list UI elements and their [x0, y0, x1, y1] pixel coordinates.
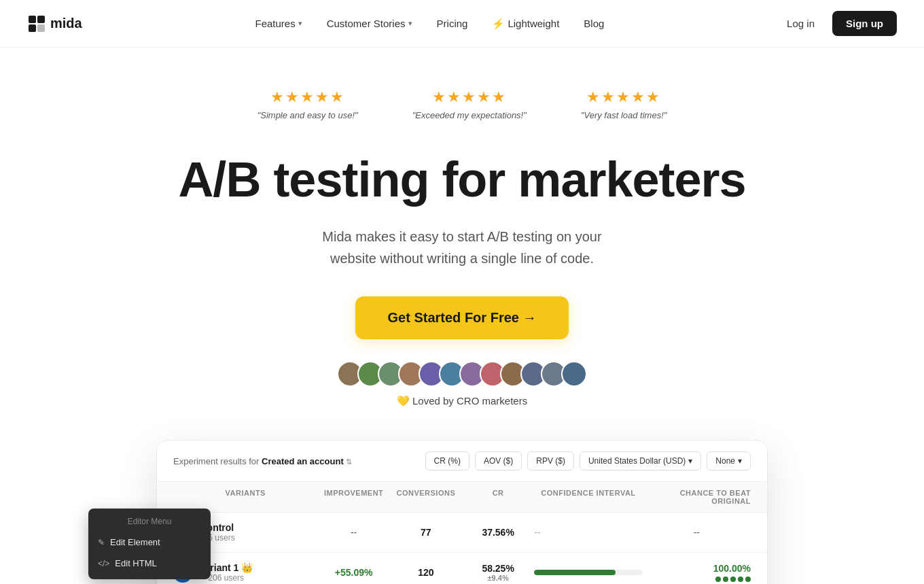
cr-cell: 58.25% ±9.4% — [462, 563, 534, 582]
experiment-label: Experiment results for Created an accoun… — [173, 456, 352, 466]
confidence-bar-bg — [534, 570, 642, 575]
social-proof: 💛 Loved by CRO marketers — [68, 361, 856, 407]
table-header: Experiment results for Created an accoun… — [157, 441, 767, 482]
dot — [730, 577, 736, 582]
logo-text: mida — [50, 16, 82, 31]
nav-features[interactable]: Features ▾ — [245, 12, 311, 35]
chance-dots — [643, 577, 751, 582]
table-row: C Control 205 users -- 77 37.56% -- -- — [157, 513, 767, 553]
dropdown-icon: ⇅ — [346, 458, 352, 466]
nav-right: Log in Sign up — [777, 11, 897, 36]
hero-section: ★★★★★ "Simple and easy to use!" ★★★★★ "E… — [54, 48, 870, 584]
dot — [715, 577, 721, 582]
avatar — [561, 361, 587, 387]
dot — [738, 577, 743, 582]
none-control[interactable]: None ▾ — [707, 451, 751, 470]
conversions-cell: 120 — [390, 567, 462, 578]
improvement-cell: -- — [318, 527, 390, 538]
code-icon: </> — [98, 559, 109, 568]
review-1: ★★★★★ "Simple and easy to use!" — [257, 88, 358, 120]
svg-rect-3 — [37, 24, 45, 32]
hero-subheadline: Mida makes it easy to start A/B testing … — [68, 226, 856, 269]
quote-3: "Very fast load times!" — [581, 110, 667, 120]
col-variants: VARIANTS — [173, 489, 318, 505]
nav-lightweight[interactable]: ⚡ Lightweight — [482, 12, 569, 35]
signup-button[interactable]: Sign up — [832, 11, 897, 36]
cta-button[interactable]: Get Started For Free → — [355, 296, 569, 339]
review-2: ★★★★★ "Exceeded my expectations!" — [412, 88, 527, 120]
cr-cell: 37.56% — [462, 527, 534, 538]
conversions-cell: 77 — [390, 527, 462, 538]
col-headers: VARIANTS IMPROVEMENT CONVERSIONS CR CONF… — [157, 482, 767, 513]
login-button[interactable]: Log in — [777, 12, 824, 35]
edit-icon: ✎ — [98, 538, 105, 547]
stars-2: ★★★★★ — [432, 88, 507, 106]
chance-cell: 100.00% — [643, 563, 751, 582]
svg-rect-0 — [29, 16, 36, 23]
currency-control[interactable]: United States Dollar (USD) ▾ — [580, 451, 701, 470]
quote-2: "Exceeded my expectations!" — [412, 110, 527, 120]
aov-control[interactable]: AOV ($) — [475, 451, 522, 470]
cr-control[interactable]: CR (%) — [425, 451, 469, 470]
logo-icon — [27, 14, 46, 33]
dashboard-wrapper: Experiment results for Created an accoun… — [68, 440, 856, 584]
nav-customer-stories[interactable]: Customer Stories ▾ — [317, 12, 422, 35]
avatar-group — [337, 361, 587, 387]
col-improvement: IMPROVEMENT — [318, 489, 390, 505]
svg-rect-1 — [37, 16, 45, 23]
col-cr: CR — [462, 489, 534, 505]
loved-label: 💛 Loved by CRO marketers — [397, 395, 527, 407]
dot — [745, 577, 751, 582]
improvement-cell: +55.09% — [318, 567, 390, 578]
quote-1: "Simple and easy to use!" — [257, 110, 358, 120]
reviews-row: ★★★★★ "Simple and easy to use!" ★★★★★ "E… — [68, 88, 856, 120]
logo[interactable]: mida — [27, 14, 82, 33]
review-3: ★★★★★ "Very fast load times!" — [581, 88, 667, 120]
stars-3: ★★★★★ — [586, 88, 661, 106]
svg-rect-2 — [29, 24, 36, 32]
chevron-down-icon: ▾ — [688, 456, 692, 466]
editor-menu: Editor Menu ✎ Edit Element </> Edit HTML — [88, 509, 211, 579]
editor-menu-title: Editor Menu — [88, 514, 211, 532]
chevron-down-icon: ▾ — [408, 19, 412, 28]
nav-pricing[interactable]: Pricing — [427, 12, 478, 35]
dot — [723, 577, 728, 582]
edit-html-button[interactable]: </> Edit HTML — [88, 553, 211, 574]
confidence-cell — [534, 570, 642, 575]
dashboard-preview: Experiment results for Created an accoun… — [156, 440, 768, 584]
chevron-down-icon: ▾ — [298, 19, 302, 28]
navbar: mida Features ▾ Customer Stories ▾ Prici… — [0, 0, 924, 48]
chance-cell: -- — [643, 527, 751, 538]
table-row: V1 Variant 1 👑 206 users +55.09% 120 58.… — [157, 553, 767, 584]
rpv-control[interactable]: RPV ($) — [527, 451, 574, 470]
nav-blog[interactable]: Blog — [574, 12, 614, 35]
edit-element-button[interactable]: ✎ Edit Element — [88, 532, 211, 553]
table-controls: CR (%) AOV ($) RPV ($) United States Dol… — [425, 451, 751, 470]
col-confidence: CONFIDENCE INTERVAL — [534, 489, 642, 505]
confidence-bar-fill — [534, 570, 616, 575]
col-chance: CHANCE TO BEAT ORIGINAL — [643, 489, 751, 505]
col-conversions: CONVERSIONS — [390, 489, 462, 505]
lightning-icon: ⚡ — [492, 18, 505, 30]
stars-1: ★★★★★ — [270, 88, 345, 106]
confidence-cell: -- — [534, 527, 642, 538]
chevron-down-icon: ▾ — [738, 456, 742, 466]
conf-dash: -- — [534, 527, 540, 538]
hero-headline: A/B testing for marketers — [68, 153, 856, 207]
dashboard-inner: Experiment results for Created an accoun… — [157, 441, 767, 584]
nav-links: Features ▾ Customer Stories ▾ Pricing ⚡ … — [245, 12, 614, 35]
